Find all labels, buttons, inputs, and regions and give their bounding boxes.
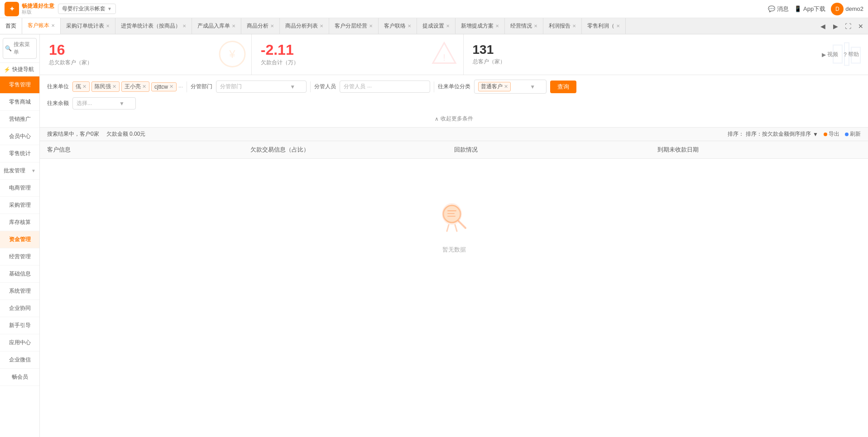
industry-selector[interactable]: 母婴行业演示帐套 ▼ — [58, 4, 116, 14]
sidebar-item-member[interactable]: 会员中心 — [0, 128, 39, 145]
close-icon[interactable]: ✕ — [270, 24, 274, 28]
close-icon[interactable]: ✕ — [495, 24, 499, 28]
empty-text: 暂无数据 — [442, 246, 466, 254]
sidebar-item-basic-info[interactable]: 基础信息 — [0, 266, 39, 283]
balance-filter-label: 往来余额 — [47, 100, 69, 107]
help-btn[interactable]: ? 帮助 — [844, 51, 859, 58]
top-bar-right: 💬 消息 📱 App下载 D demo2 — [768, 3, 863, 15]
tab-profit-report[interactable]: 利润报告 ✕ — [543, 18, 582, 34]
user-area[interactable]: D demo2 — [831, 3, 863, 15]
refresh-btn[interactable]: 刷新 — [845, 130, 861, 138]
logo-text: 畅捷通好生意 标版 — [22, 3, 54, 15]
remove-tag-1[interactable]: ✕ — [112, 84, 116, 90]
close-icon[interactable]: ✕ — [446, 24, 450, 28]
close-icon[interactable]: ✕ — [51, 23, 55, 28]
sidebar-item-marketing[interactable]: 营销推广 — [0, 111, 39, 128]
chevron-up-icon: ∧ — [435, 116, 439, 122]
tab-close-all[interactable]: ✕ — [855, 21, 866, 32]
stat-info-3: 131 总客户（家） — [473, 43, 505, 66]
sidebar-item-retail-stats[interactable]: 零售统计 — [0, 145, 39, 162]
tab-new-commission[interactable]: 新增提成方案 ✕ — [456, 18, 505, 34]
svg-rect-12 — [447, 213, 455, 214]
sidebar-item-enterprise[interactable]: 企业协同 — [0, 300, 39, 317]
svg-line-15 — [455, 225, 457, 231]
sort-label: 排序： — [728, 130, 744, 138]
collapse-btn[interactable]: ∧ 收起更多条件 — [47, 113, 861, 123]
top-bar-left: ✦ 畅捷通好生意 标版 母婴行业演示帐套 ▼ — [5, 2, 116, 16]
close-icon[interactable]: ✕ — [616, 24, 620, 28]
tab-retail-profit[interactable]: 零售利润（ ✕ — [582, 18, 626, 34]
search-result-text: 搜索结果中，客户0家 — [47, 130, 99, 138]
tab-goods-analysis-list[interactable]: 商品分析列表 ✕ — [280, 18, 329, 34]
query-btn[interactable]: 查询 — [550, 81, 576, 93]
sidebar-item-purchase[interactable]: 采购管理 — [0, 197, 39, 214]
export-btn[interactable]: 导出 — [824, 130, 839, 138]
sidebar-item-retail-mgmt[interactable]: 零售管理 — [0, 76, 39, 94]
tab-finished-goods[interactable]: 产成品入库单 ✕ — [192, 18, 241, 34]
close-icon[interactable]: ✕ — [106, 24, 110, 28]
amount-text: 欠款金额 0.00元 — [106, 130, 146, 138]
logo-area: ✦ 畅捷通好生意 标版 — [5, 2, 54, 16]
close-icon[interactable]: ✕ — [369, 24, 373, 28]
remove-tag-0[interactable]: ✕ — [82, 84, 86, 90]
tab-maximize[interactable]: ⛶ — [843, 21, 854, 32]
unit-class-select[interactable]: 普通客户 ✕ ▼ — [474, 80, 547, 94]
result-bar-right: 排序： 排序：按欠款金额倒序排序 ▼ 导出 刷新 — [728, 130, 861, 138]
download-icon: 📱 — [794, 5, 801, 12]
close-icon[interactable]: ✕ — [572, 24, 576, 28]
export-icon — [824, 133, 827, 136]
tab-goods-stats[interactable]: 进货单统计表（按商品） ✕ — [115, 18, 192, 34]
filter-divider-3 — [434, 81, 434, 92]
tab-customer-contact[interactable]: 客户联络 ✕ — [379, 18, 417, 34]
sidebar-item-retail-mall[interactable]: 零售商城 — [0, 94, 39, 111]
sidebar-item-system[interactable]: 系统管理 — [0, 283, 39, 300]
close-icon[interactable]: ✕ — [534, 24, 537, 28]
tab-customer-layer[interactable]: 客户分层经营 ✕ — [329, 18, 379, 34]
person-filter-label: 分管人员 — [314, 83, 336, 90]
sidebar-item-chang-member[interactable]: 畅会员 — [0, 369, 39, 386]
tab-scroll-left[interactable]: ◀ — [817, 21, 828, 32]
close-icon[interactable]: ✕ — [232, 24, 235, 28]
tab-commission-setting[interactable]: 提成设置 ✕ — [417, 18, 456, 34]
chevron-down-icon: ▼ — [119, 100, 125, 107]
remove-customer-type[interactable]: ✕ — [504, 84, 508, 90]
sidebar-quick-nav[interactable]: ⚡ 快捷导航 — [0, 63, 39, 76]
close-icon[interactable]: ✕ — [320, 24, 323, 28]
close-icon[interactable]: ✕ — [408, 24, 411, 28]
messages-btn[interactable]: 💬 消息 — [768, 5, 789, 13]
svg-rect-11 — [447, 210, 456, 211]
tab-home[interactable]: 首页 — [0, 18, 22, 34]
more-options-icon: ··· — [367, 84, 372, 90]
tab-business-status[interactable]: 经营情况 ✕ — [505, 18, 543, 34]
sidebar-item-inventory[interactable]: 库存核算 — [0, 214, 39, 231]
close-icon[interactable]: ✕ — [182, 24, 186, 28]
tab-actions: ◀ ▶ ⛶ ✕ — [817, 21, 868, 32]
stat-card-amount: ! -2.11 欠款合计（万） — [252, 34, 464, 75]
sidebar-item-finance[interactable]: 资金管理 — [0, 231, 39, 248]
remove-tag-3[interactable]: ✕ — [169, 84, 173, 90]
tab-purchase-order[interactable]: 采购订单统计表 ✕ — [61, 18, 115, 34]
sidebar-item-app-center[interactable]: 应用中心 — [0, 334, 39, 352]
person-select[interactable]: 分管人员 ··· — [340, 81, 430, 93]
filter-divider-1 — [187, 81, 187, 92]
sidebar-item-wechat-work[interactable]: 企业微信 — [0, 352, 39, 369]
sidebar-item-wholesale[interactable]: 批发管理 ▼ — [0, 162, 39, 180]
sidebar-item-ecommerce[interactable]: 电商管理 — [0, 180, 39, 197]
video-btn[interactable]: ▶ 视频 — [822, 51, 838, 58]
sidebar-item-newbie[interactable]: 新手引导 — [0, 317, 39, 334]
tab-customer-ledger[interactable]: 客户账本 ✕ — [22, 18, 61, 34]
sidebar-item-operations[interactable]: 经营管理 — [0, 248, 39, 266]
more-tags-btn[interactable]: ··· — [178, 84, 183, 90]
tab-scroll-right[interactable]: ▶ — [830, 21, 841, 32]
remove-tag-2[interactable]: ✕ — [142, 84, 146, 90]
unit-class-label: 往来单位分类 — [438, 83, 470, 90]
search-menu-btn[interactable]: 🔍 搜索菜单 — [3, 38, 37, 59]
dept-select[interactable]: 分管部门 ▼ — [216, 81, 307, 93]
avatar: D — [831, 3, 844, 15]
tab-goods-analysis[interactable]: 商品分析 ✕ — [241, 18, 280, 34]
col-due-date: 到期未收款日期 — [657, 146, 861, 154]
balance-select[interactable]: 选择... ▼ — [72, 97, 136, 109]
app-download-btn[interactable]: 📱 App下载 — [794, 5, 825, 13]
stat-label-amount: 欠款合计（万） — [261, 59, 299, 66]
sort-select[interactable]: 排序： 排序：按欠款金额倒序排序 ▼ — [728, 130, 818, 138]
